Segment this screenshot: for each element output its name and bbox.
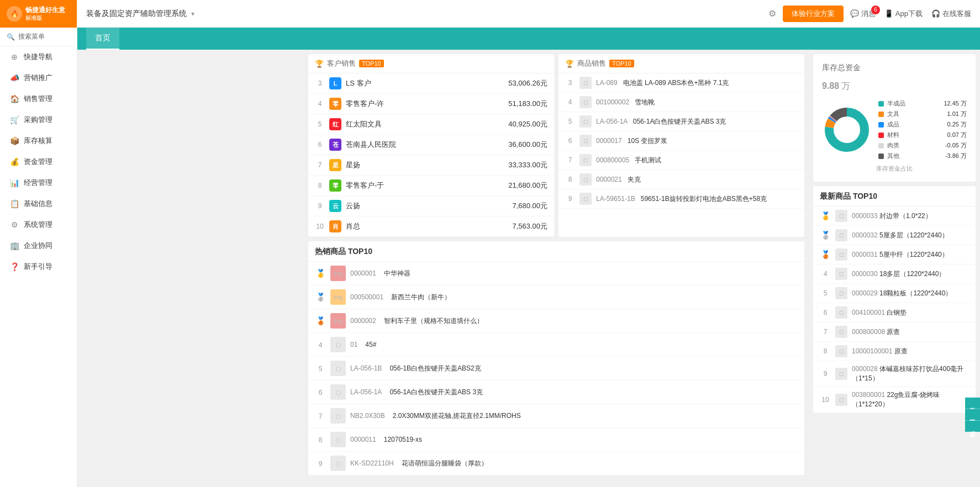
customer-service-button[interactable]: 客服热线 — [965, 398, 980, 409]
list-item: 🥇 ▢ 0000033 封边带（1.0*22） — [813, 207, 976, 226]
latest-products-card: 最新商品 TOP10 🥇 ▢ 0000033 封边带（1.0*22） 🥈 ▢ 0… — [813, 186, 976, 413]
donut-chart-container: 半成品 12.45 万 文具 1.01 万 成品 0.25 万 — [822, 99, 967, 160]
page-content: 🏆 客户销售 TOP10 3 L LS 客户 53,006.26元 — [77, 50, 980, 487]
product-thumbnail: img — [330, 313, 346, 329]
topbar: 装备及固定资产辅助管理系统 ▾ ⚙ 体验行业方案 💬 消息 6 📱 App下载 … — [77, 0, 980, 28]
customer-ranking-card: 🏆 客户销售 TOP10 3 L LS 客户 53,006.26元 — [308, 54, 554, 237]
inventory-value: 9.88 — [822, 75, 839, 93]
inventory-card: 库存总资金 9.88 万 — [813, 54, 976, 182]
chevron-down-icon[interactable]: ▾ — [191, 10, 194, 18]
sidebar-search[interactable]: 🔍 搜索菜单 — [0, 28, 77, 46]
chart-legend: 半成品 12.45 万 文具 1.01 万 成品 0.25 万 — [878, 99, 967, 160]
product-thumbnail: ▢ — [330, 408, 346, 424]
online-service-button[interactable]: 🎧 在线客服 — [931, 9, 971, 19]
list-item: 🥈 img 000500001 新西兰牛肉（新牛） — [308, 285, 804, 309]
rank-2: 🥈 — [315, 293, 326, 301]
sidebar-item-base-info[interactable]: 📋 基础信息 — [0, 193, 77, 214]
app-download-button[interactable]: 📱 App下载 — [884, 9, 923, 19]
legend-item: 其他 -3.86 万 — [878, 152, 967, 160]
sidebar-logo-text: 畅捷通好生意 标准版 — [25, 6, 65, 22]
product-info: 000800005 手机测试 — [596, 156, 798, 165]
product-thumbnail: ▢ — [835, 229, 847, 241]
legend-dot — [878, 122, 884, 128]
rank-7: 7 — [315, 412, 326, 420]
product-thumbnail: img — [330, 289, 346, 305]
product-thumbnail: ▢ — [330, 456, 346, 471]
sidebar-item-purchase[interactable]: 🛒 采购管理 — [0, 109, 77, 130]
list-item: 8 ▢ 10000100001 原查 — [813, 342, 976, 361]
menu-icon-quick-nav: ⊕ — [9, 52, 19, 62]
hot-products-list: 🥇 img 0000001 中华神器 🥈 img 000500001 新西兰牛肉… — [308, 262, 804, 475]
list-item: 6 ▢ 004100001 白钢垫 — [813, 303, 976, 322]
rank-8: 8 — [315, 436, 326, 444]
latest-products-title: 最新商品 TOP10 — [813, 186, 976, 207]
table-row: 5 ▢ LA-056-1A 056-1A白色按键开关盖ABS 3克 — [559, 112, 804, 131]
list-item: 10 ▢ 003800001 22g鱼豆腐-烧烤味（1*12*20） — [813, 387, 976, 413]
trophy-icon2: 🏆 — [565, 60, 574, 68]
table-row: 10 肖 肖总 7,563.00元 — [308, 216, 554, 237]
customer-badge: 云 — [329, 200, 341, 212]
list-item: 8 ▢ 0000011 12070519-xs — [308, 428, 804, 452]
settings-icon[interactable]: ⚙ — [768, 8, 776, 19]
menu-icon-guide: ❓ — [9, 262, 19, 272]
sidebar-item-company[interactable]: 🏢 企业协同 — [0, 235, 77, 256]
legend-item: 半成品 12.45 万 — [878, 99, 967, 108]
table-row: 8 ▢ 0000021 夹克 — [559, 170, 804, 189]
donut-chart — [822, 105, 872, 155]
sidebar-item-operations[interactable]: 📊 经营管理 — [0, 172, 77, 193]
logo-icon: 🔥 — [7, 6, 22, 22]
service-community-button[interactable]: 服务社区 — [965, 409, 980, 421]
phone-icon: 📱 — [884, 9, 893, 18]
table-row: 9 ▢ LA-59651-1B 59651-1B旋转投影灯电池盒ABS黑色+58… — [559, 189, 804, 209]
sidebar-item-inventory[interactable]: 📦 库存核算 — [0, 130, 77, 151]
sidebar-item-sales[interactable]: 🏠 销售管理 — [0, 88, 77, 109]
product-img: ▢ — [579, 96, 592, 108]
product-thumbnail: ▢ — [835, 394, 847, 406]
sidebar-item-finance[interactable]: 💰 资金管理 — [0, 151, 77, 172]
legend-dot — [878, 133, 884, 138]
product-thumbnail: ▢ — [835, 268, 847, 280]
product-img: ▢ — [579, 154, 592, 166]
table-row: 6 ▢ 0000017 10S 变扭罗浆 — [559, 131, 804, 151]
list-item: 4 ▢ 01 45# — [308, 333, 804, 357]
product-thumbnail: ▢ — [330, 384, 346, 400]
message-icon: 💬 — [850, 9, 859, 18]
product-thumbnail: img — [330, 266, 346, 281]
tab-home[interactable]: 首页 — [86, 28, 119, 50]
product-ranking-list: 3 ▢ LA-089 电池盖 LA-089 ABS本色+黑种 7.1克 4 ▢ — [559, 73, 804, 209]
float-buttons: 客服热线 服务社区 直播 — [965, 398, 980, 432]
rank-5: 5 — [315, 364, 326, 373]
middle-panel: 🏆 客户销售 TOP10 3 L LS 客户 53,006.26元 — [304, 50, 809, 487]
sidebar-logo: 🔥 畅捷通好生意 标准版 — [0, 0, 77, 28]
product-thumbnail: ▢ — [835, 326, 847, 338]
product-thumbnail: ▢ — [835, 345, 847, 357]
message-button[interactable]: 💬 消息 6 — [850, 9, 876, 19]
product-info: 001000002 雪地靴 — [596, 98, 798, 107]
table-row: 8 零 零售客户-于 21,680.00元 — [308, 176, 554, 196]
customer-ranking-title: 客户销售 — [327, 59, 356, 68]
product-img: ▢ — [579, 77, 592, 89]
sidebar-item-system[interactable]: ⚙ 系统管理 — [0, 214, 77, 235]
list-item: 🥈 ▢ 0000032 5厘多层（1220*2440） — [813, 226, 976, 245]
legend-item: 成品 0.25 万 — [878, 120, 967, 129]
hot-products-title: 热销商品 TOP10 — [308, 241, 804, 262]
product-info: 0000017 10S 变扭罗浆 — [596, 136, 798, 146]
left-panel — [77, 50, 304, 487]
table-row: 5 红 红太阳文具 40,925.00元 — [308, 114, 554, 135]
product-info: LA-59651-1B 59651-1B旋转投影灯电池盒ABS黑色+58克 — [596, 194, 798, 204]
customer-ranking-list: 3 L LS 客户 53,006.26元 4 零 零售客户-许 51,183.0… — [308, 73, 554, 237]
sidebar-item-marketing[interactable]: 📣 营销推广 — [0, 67, 77, 88]
product-info: LA-056-1A 056-1A白色按键开关盖ABS 3克 — [596, 117, 798, 126]
sidebar-item-guide[interactable]: ❓ 新手引导 — [0, 256, 77, 277]
live-button[interactable]: 直播 — [965, 421, 980, 432]
product-ranking-title: 商品销售 — [577, 59, 606, 68]
nav-tabs: 首页 — [77, 28, 980, 50]
list-item: 7 ▢ NB2.0X30B 2.0X30MM双搓花轴,搓花直径2.1MM/ROH… — [308, 404, 804, 428]
trophy-icon: 🏆 — [315, 60, 324, 68]
trial-button[interactable]: 体验行业方案 — [783, 6, 844, 22]
customer-badge: 星 — [329, 159, 341, 171]
product-thumbnail: ▢ — [835, 287, 847, 299]
menu-icon-finance: 💰 — [9, 157, 19, 167]
rank-4: 4 — [315, 341, 326, 349]
sidebar-item-quick-nav[interactable]: ⊕ 快捷导航 — [0, 46, 77, 67]
